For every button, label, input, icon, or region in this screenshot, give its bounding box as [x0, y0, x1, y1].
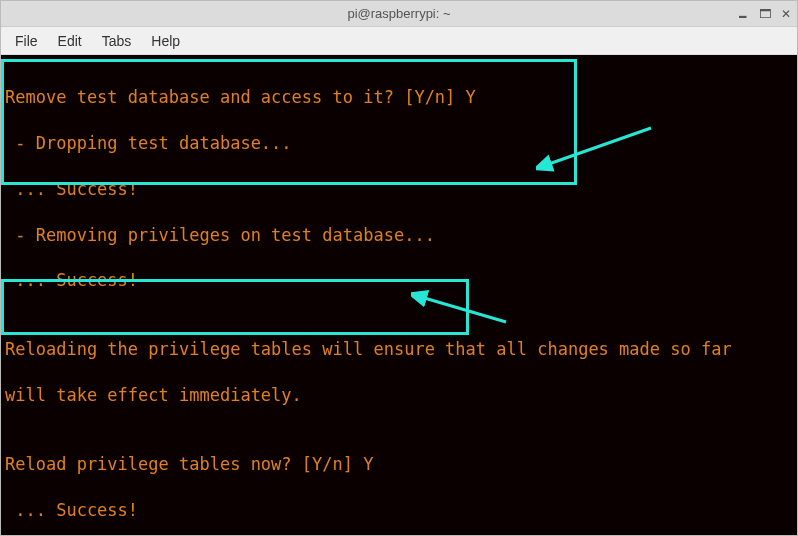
- window-title: pi@raspberrypi: ~: [347, 6, 450, 21]
- maximize-icon[interactable]: 🗖: [759, 8, 771, 20]
- menu-tabs[interactable]: Tabs: [94, 31, 140, 51]
- annotation-highlight-box: [1, 59, 577, 185]
- minimize-icon[interactable]: 🗕: [737, 8, 749, 20]
- window-controls: 🗕 🗖 ✕: [737, 1, 791, 27]
- annotation-arrow-icon: [411, 287, 511, 327]
- terminal-line: Reload privilege tables now? [Y/n] Y: [5, 453, 795, 476]
- menu-file[interactable]: File: [7, 31, 46, 51]
- close-icon[interactable]: ✕: [781, 8, 791, 20]
- terminal-line: Reloading the privilege tables will ensu…: [5, 338, 795, 361]
- terminal-line: ... Success!: [5, 178, 795, 201]
- terminal-line: - Dropping test database...: [5, 132, 795, 155]
- terminal-line: ... Success!: [5, 269, 795, 292]
- svg-line-1: [421, 297, 506, 322]
- terminal-line: Remove test database and access to it? […: [5, 86, 795, 109]
- menubar: File Edit Tabs Help: [1, 27, 797, 55]
- terminal-line: ... Success!: [5, 499, 795, 522]
- window-titlebar: pi@raspberrypi: ~ 🗕 🗖 ✕: [1, 1, 797, 27]
- terminal-line: - Removing privileges on test database..…: [5, 224, 795, 247]
- terminal-output[interactable]: Remove test database and access to it? […: [1, 55, 797, 535]
- menu-help[interactable]: Help: [143, 31, 188, 51]
- menu-edit[interactable]: Edit: [50, 31, 90, 51]
- terminal-line: will take effect immediately.: [5, 384, 795, 407]
